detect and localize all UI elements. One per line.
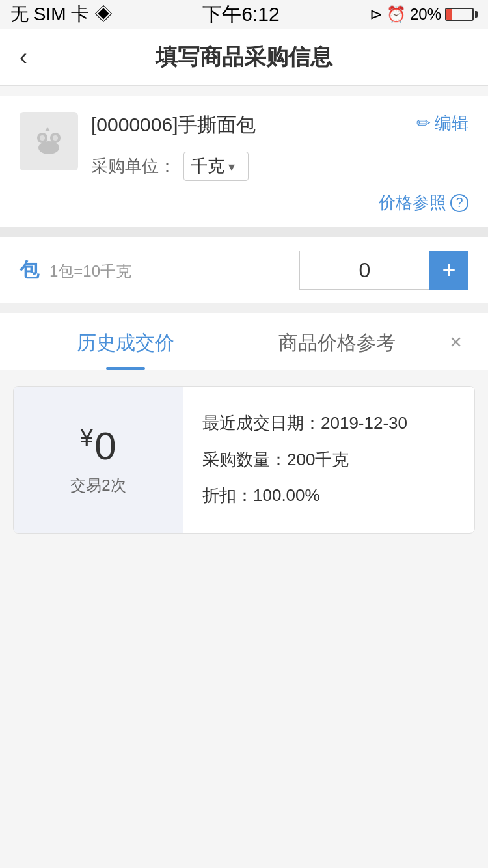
back-button[interactable]: ‹ — [20, 46, 27, 69]
quantity-plus-button[interactable]: + — [429, 251, 468, 290]
edit-icon: ✏ — [416, 113, 431, 133]
price-card: ¥0 交易2次 最近成交日期：2019-12-30 采购数量：200千克 折扣：… — [13, 386, 475, 534]
tab-price-ref[interactable]: 商品价格参考 — [232, 313, 444, 370]
dropdown-arrow-icon: ▾ — [228, 159, 235, 174]
status-time: 下午6:12 — [202, 1, 279, 28]
quantity-row-detail: 采购数量：200千克 — [202, 446, 455, 474]
quantity-label: 采购数量： — [202, 450, 287, 469]
product-name: [0000006]手撕面包 — [91, 112, 416, 139]
quantity-value: 200千克 — [287, 450, 349, 469]
nav-bar: ‹ 填写商品采购信息 — [0, 29, 488, 86]
tabs-container: 历史成交价 商品价格参考 × — [0, 313, 488, 370]
svg-point-4 — [38, 141, 59, 154]
section-divider-2 — [0, 303, 488, 313]
content-area: ¥0 交易2次 最近成交日期：2019-12-30 采购数量：200千克 折扣：… — [0, 370, 488, 631]
product-unit-row: 采购单位： 千克 ▾ — [91, 152, 416, 181]
price-card-left: ¥0 交易2次 — [14, 387, 183, 533]
svg-point-3 — [53, 135, 58, 141]
quantity-left: 包 1包=10千克 — [20, 257, 131, 284]
price-card-right: 最近成交日期：2019-12-30 采购数量：200千克 折扣：100.00% — [183, 387, 474, 533]
unit-dropdown[interactable]: 千克 ▾ — [183, 152, 249, 181]
unit-value: 千克 — [191, 155, 224, 178]
product-details: [0000006]手撕面包 采购单位： 千克 ▾ — [91, 112, 416, 181]
discount-value: 100.00% — [253, 485, 320, 505]
status-bar: 无 SIM 卡 ◈ 下午6:12 ⊳ ⏰ 20% — [0, 0, 488, 29]
tab-history-price[interactable]: 历史成交价 — [20, 313, 232, 370]
price-ref-button[interactable]: 价格参照 ? — [379, 191, 468, 214]
question-icon: ? — [450, 194, 468, 212]
wifi-icon: ◈ — [94, 4, 113, 24]
tab-close-button[interactable]: × — [443, 325, 468, 359]
location-icon: ⊳ — [370, 5, 383, 23]
edit-button[interactable]: ✏ 编辑 — [416, 112, 468, 135]
discount-row: 折扣：100.00% — [202, 482, 455, 509]
battery-indicator — [445, 8, 478, 21]
status-left: 无 SIM 卡 ◈ — [10, 2, 113, 27]
discount-label: 折扣： — [202, 485, 253, 505]
page-title: 填写商品采购信息 — [156, 42, 332, 72]
product-card: [0000006]手撕面包 采购单位： 千克 ▾ ✏ 编辑 价格参照 ? — [0, 96, 488, 227]
battery-percent: 20% — [410, 5, 441, 23]
quantity-input[interactable] — [299, 251, 429, 290]
recent-date-label: 最近成交日期： — [202, 413, 321, 433]
price-amount: ¥0 — [80, 424, 116, 468]
price-value: 0 — [94, 424, 116, 468]
unit-conversion-text: 1包=10千克 — [49, 261, 131, 282]
trade-count: 交易2次 — [70, 475, 126, 496]
price-ref-label: 价格参照 — [379, 191, 446, 214]
recent-date-row: 最近成交日期：2019-12-30 — [202, 410, 455, 437]
svg-point-2 — [40, 135, 45, 141]
alarm-icon: ⏰ — [386, 5, 406, 23]
quantity-row: 包 1包=10千克 + — [0, 237, 488, 303]
recent-date-value: 2019-12-30 — [321, 413, 407, 433]
quantity-control: + — [299, 251, 468, 290]
unit-label: 采购单位： — [91, 155, 176, 178]
currency-symbol: ¥ — [80, 424, 93, 451]
unit-icon-label: 包 — [20, 257, 39, 284]
status-right: ⊳ ⏰ 20% — [370, 5, 478, 23]
product-info: [0000006]手撕面包 采购单位： 千克 ▾ — [20, 112, 416, 181]
section-divider-1 — [0, 227, 488, 237]
no-sim-text: 无 SIM 卡 — [10, 4, 89, 24]
product-thumbnail — [20, 112, 78, 170]
